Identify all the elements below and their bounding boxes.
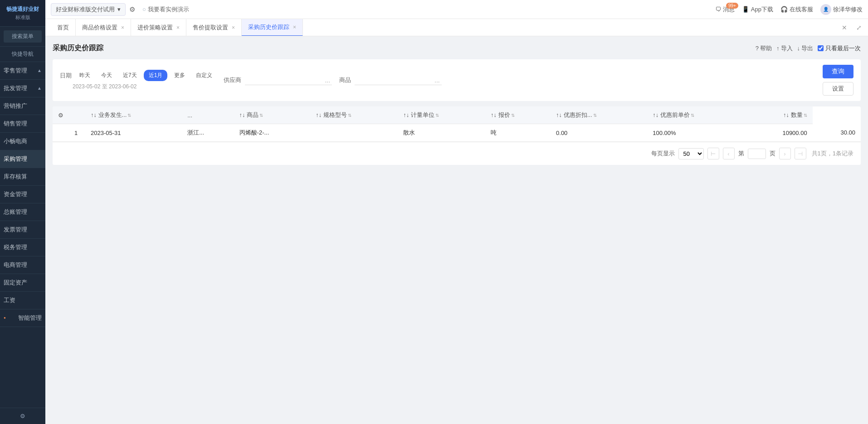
import-icon: ↑	[776, 45, 780, 52]
page-header: 采购历史价跟踪 ? 帮助 ↑ 导入 ↓ 导出 只看最后一次	[53, 43, 861, 53]
demo-button[interactable]: ○ 我要看实例演示	[142, 5, 189, 14]
close-tab-icon[interactable]: ×	[232, 24, 235, 31]
filter-bar: 日期 昨天今天近7天近1月更多自定义 2023-05-02 至 2023-06-…	[53, 59, 861, 101]
tab-sale-price[interactable]: 售价提取设置×	[186, 19, 242, 36]
tab-history-price[interactable]: 采购历史价跟踪×	[242, 19, 303, 36]
sort-icon: ⇅	[435, 113, 439, 118]
app-label: App下载	[751, 5, 773, 14]
sidebar-item-marketing[interactable]: 营销推广	[0, 97, 45, 115]
sidebar-item-sales[interactable]: 销售管理	[0, 115, 45, 133]
tab-price[interactable]: 商品价格设置×	[76, 19, 131, 36]
tab-purchase-strategy[interactable]: 进价策略设置×	[131, 19, 186, 36]
prev-page-button[interactable]: ‹	[723, 148, 735, 159]
col-unit: ↑↓ 计量单位⇅	[398, 106, 485, 124]
export-button[interactable]: ↓ 导出	[797, 44, 814, 53]
logo-sub: 标准版	[15, 14, 30, 21]
sidebar-item-ecom-small[interactable]: 小畅电商	[0, 133, 45, 150]
sidebar-item-retail[interactable]: 零售管理▲	[0, 62, 45, 80]
sidebar-item-smart[interactable]: 智能管理	[0, 309, 45, 327]
sort-icon: ⇅	[691, 113, 694, 118]
sidebar-item-label: 资金管理	[4, 190, 27, 198]
page-label: 第	[738, 149, 744, 158]
date-option-btn[interactable]: 自定义	[192, 70, 216, 81]
version-selector[interactable]: 好业财标准版交付试用 ▾	[51, 3, 126, 16]
data-table: ⚙ ↑↓ 业务发生...⇅ ... ↑↓ 商品⇅ ↑↓	[53, 106, 861, 142]
app-logo: 畅捷通好业财 标准版	[0, 0, 45, 27]
page-title-actions: ? 帮助 ↑ 导入 ↓ 导出 只看最后一次	[756, 44, 861, 53]
sidebar-item-wholesale[interactable]: 批发管理▲	[0, 80, 45, 97]
gear-icon[interactable]: ⚙	[58, 112, 63, 119]
sidebar-item-invoice[interactable]: 发票管理	[0, 221, 45, 239]
sidebar-item-assets[interactable]: 固定资产	[0, 274, 45, 292]
sidebar-item-finance[interactable]: 资金管理	[0, 186, 45, 203]
sidebar-search-section: 搜索菜单	[0, 27, 45, 47]
quick-nav-button[interactable]: 快捷导航	[0, 47, 45, 62]
headset-icon: 🎧	[780, 6, 788, 13]
tab-home[interactable]: 首页	[51, 19, 76, 36]
tab-label: 进价策略设置	[137, 24, 173, 32]
arrow-icon: ▲	[37, 68, 42, 73]
date-option-btn[interactable]: 昨天	[75, 70, 94, 81]
cell-num: 1	[69, 124, 85, 142]
last-page-button[interactable]: ⊣	[795, 148, 806, 159]
date-options: 昨天今天近7天近1月更多自定义	[75, 70, 216, 81]
query-button[interactable]: 查询	[823, 65, 853, 78]
sidebar-item-label: 采购管理	[4, 155, 27, 163]
goods-dots-button[interactable]: ...	[434, 77, 440, 84]
close-tab-icon[interactable]: ×	[121, 24, 124, 31]
message-button[interactable]: 🗨 消息 99+	[715, 5, 735, 14]
expand-button[interactable]: ⤢	[853, 23, 864, 32]
cell-unit: 散水	[398, 124, 485, 142]
tab-label: 采购历史价跟踪	[248, 23, 289, 31]
online-service-button[interactable]: 🎧 在线客服	[780, 5, 813, 14]
col-gear: ⚙	[53, 106, 69, 124]
topbar-gear-button[interactable]: ⚙	[129, 5, 135, 14]
close-tab-icon[interactable]: ×	[293, 24, 296, 30]
close-tab-button[interactable]: ✕	[839, 23, 850, 32]
sidebar-item-tax[interactable]: 税务管理	[0, 239, 45, 256]
sort-icon: ⇅	[348, 113, 351, 118]
goods-label: 商品	[339, 76, 351, 84]
sidebar-gear-button[interactable]: ⚙	[0, 408, 45, 424]
close-tab-icon[interactable]: ×	[176, 24, 180, 31]
table-row: 1 2023-05-31 浙江... 丙烯酸-2-... 散水 吨 0.00 1…	[53, 124, 861, 142]
sidebar-item-inventory[interactable]: 库存核算	[0, 168, 45, 186]
sort-icon: ⇅	[511, 113, 515, 118]
next-page-button[interactable]: ›	[779, 148, 791, 159]
per-page-select[interactable]: 2050100200	[678, 148, 704, 159]
supplier-input[interactable]	[247, 77, 323, 83]
phone-icon: 📱	[742, 6, 749, 13]
date-option-btn[interactable]: 今天	[97, 70, 116, 81]
version-label: 好业财标准版交付试用	[56, 5, 115, 14]
sidebar-item-purchase[interactable]: 采购管理	[0, 150, 45, 168]
date-option-btn[interactable]: 近7天	[119, 70, 141, 81]
chevron-down-icon: ▾	[117, 6, 121, 13]
cell-supplier: 浙江...	[182, 124, 234, 142]
help-link[interactable]: ? 帮助	[756, 44, 772, 53]
sidebar-items: 零售管理▲批发管理▲营销推广销售管理小畅电商采购管理库存核算资金管理总账管理发票…	[0, 62, 45, 327]
setting-button[interactable]: 设置	[823, 82, 853, 96]
first-page-button[interactable]: ⊢	[707, 148, 719, 159]
date-filter-section: 日期 昨天今天近7天近1月更多自定义 2023-05-02 至 2023-06-…	[60, 70, 216, 91]
date-option-btn[interactable]: 近1月	[144, 70, 168, 81]
table-header-row: ⚙ ↑↓ 业务发生...⇅ ... ↑↓ 商品⇅ ↑↓	[53, 106, 861, 124]
cell-price-unit: 吨	[485, 124, 551, 142]
last-only-label[interactable]: 只看最后一次	[818, 44, 861, 53]
sidebar-item-ledger[interactable]: 总账管理	[0, 203, 45, 221]
search-menu-button[interactable]: 搜索菜单	[4, 30, 42, 43]
supplier-dots-button[interactable]: ...	[325, 77, 330, 84]
content-area: 采购历史价跟踪 ? 帮助 ↑ 导入 ↓ 导出 只看最后一次	[45, 36, 868, 424]
page-number-input[interactable]: 1	[748, 149, 766, 159]
sidebar-item-ecom[interactable]: 电商管理	[0, 256, 45, 274]
goods-input[interactable]	[356, 77, 433, 83]
date-option-btn[interactable]: 更多	[170, 70, 189, 81]
user-menu-button[interactable]: 👤 徐泽华修改	[820, 4, 863, 15]
avatar: 👤	[820, 4, 831, 15]
date-filter-row: 日期 昨天今天近7天近1月更多自定义	[60, 70, 216, 81]
last-only-checkbox[interactable]	[818, 45, 824, 51]
topbar-right: 🗨 消息 99+ 📱 App下载 🎧 在线客服 👤 徐泽华修改	[715, 4, 863, 15]
app-download-button[interactable]: 📱 App下载	[742, 5, 773, 14]
import-button[interactable]: ↑ 导入	[776, 44, 793, 53]
sidebar-item-payroll[interactable]: 工资	[0, 292, 45, 309]
sort-icon: ⇅	[259, 113, 263, 118]
